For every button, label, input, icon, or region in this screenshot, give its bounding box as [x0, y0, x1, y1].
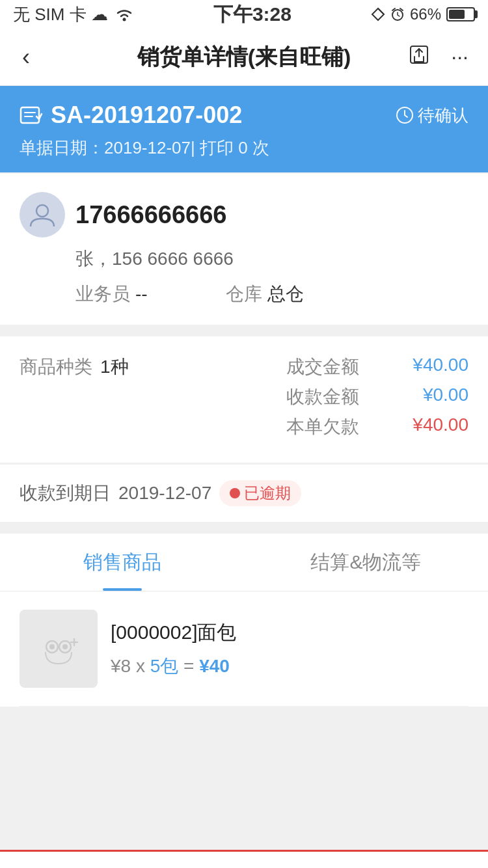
svg-point-0: [122, 18, 126, 21]
nav-actions: ···: [404, 40, 472, 75]
wifi-icon: [115, 7, 134, 21]
arrears-label: 本单欠款: [286, 414, 359, 439]
svg-point-9: [62, 644, 68, 649]
category-value: 1种: [100, 355, 129, 379]
empty-area: [0, 707, 488, 850]
battery-text: 66%: [410, 5, 441, 23]
share-button[interactable]: [404, 40, 434, 75]
order-status: 待确认: [396, 104, 468, 127]
customer-meta: 业务员 -- 仓库 总仓: [20, 282, 468, 306]
clock-icon: [396, 106, 414, 124]
alarm-icon: [390, 7, 405, 21]
warehouse-value: 总仓: [267, 282, 304, 306]
product-thumbnail: [20, 610, 98, 688]
order-id: SA-20191207-002: [20, 102, 242, 129]
order-date: 单据日期：2019-12-07| 打印 0 次: [20, 137, 468, 159]
product-price: ¥8 x 5包 = ¥40: [111, 654, 468, 679]
back-button[interactable]: ‹: [16, 37, 36, 77]
status-right: 66%: [371, 5, 475, 23]
transaction-label: 成交金额: [286, 355, 359, 379]
due-date-label: 收款到期日: [20, 481, 111, 506]
order-icon: [20, 105, 43, 126]
location-icon: [371, 7, 385, 21]
bottom-button-area: 旺铺订单确认: [0, 850, 488, 868]
product-item: [0000002]面包 ¥8 x 5包 = ¥40: [20, 591, 468, 707]
more-button[interactable]: ···: [447, 41, 472, 73]
product-list: [0000002]面包 ¥8 x 5包 = ¥40: [0, 591, 488, 707]
status-time: 下午3:28: [213, 1, 291, 28]
status-bar: 无 SIM 卡 ☁ 下午3:28 66%: [0, 0, 488, 29]
nav-bar: ‹ 销货单详情(来自旺铺) ···: [0, 29, 488, 86]
due-date-card: 收款到期日 2019-12-07 已逾期: [0, 464, 488, 522]
sim-label: 无 SIM 卡 ☁: [13, 3, 108, 26]
status-left: 无 SIM 卡 ☁: [13, 3, 134, 26]
transaction-value: ¥40.00: [413, 355, 468, 379]
product-info: [0000002]面包 ¥8 x 5包 = ¥40: [111, 619, 468, 679]
overdue-badge: 已逾期: [219, 480, 301, 506]
svg-rect-3: [21, 107, 39, 123]
confirm-order-button[interactable]: 旺铺订单确认: [20, 865, 468, 868]
overdue-text: 已逾期: [244, 483, 291, 504]
category-label: 商品种类: [20, 355, 92, 379]
tabs-bar: 销售商品 结算&物流等: [0, 534, 488, 591]
customer-phone: 17666666666: [75, 201, 226, 229]
summary-card: 商品种类 1种 成交金额 ¥40.00 收款金额 ¥0.00 本单欠款 ¥40.…: [0, 336, 488, 463]
customer-name: 张，156 6666 6666: [20, 247, 468, 271]
warehouse-label: 仓库: [226, 282, 262, 306]
product-name: [0000002]面包: [111, 619, 468, 646]
payment-label: 收款金额: [286, 385, 359, 409]
brand-logo: [39, 632, 78, 665]
customer-card: 17666666666 张，156 6666 6666 业务员 -- 仓库 总仓: [0, 174, 488, 325]
battery-icon: [446, 7, 475, 21]
arrears-value: ¥40.00: [413, 414, 468, 439]
salesperson-value: --: [135, 284, 148, 305]
svg-point-8: [49, 644, 55, 649]
nav-title: 销货单详情(来自旺铺): [137, 42, 351, 72]
avatar: [20, 192, 65, 237]
payment-value: ¥0.00: [423, 385, 468, 409]
due-date-value: 2019-12-07: [118, 483, 211, 504]
salesperson-label: 业务员: [75, 282, 130, 306]
order-header: SA-20191207-002 待确认 单据日期：2019-12-07| 打印 …: [0, 86, 488, 172]
tab-settlement[interactable]: 结算&物流等: [244, 534, 488, 591]
svg-point-5: [36, 205, 48, 217]
overdue-dot: [230, 488, 240, 498]
tab-products[interactable]: 销售商品: [0, 534, 244, 591]
